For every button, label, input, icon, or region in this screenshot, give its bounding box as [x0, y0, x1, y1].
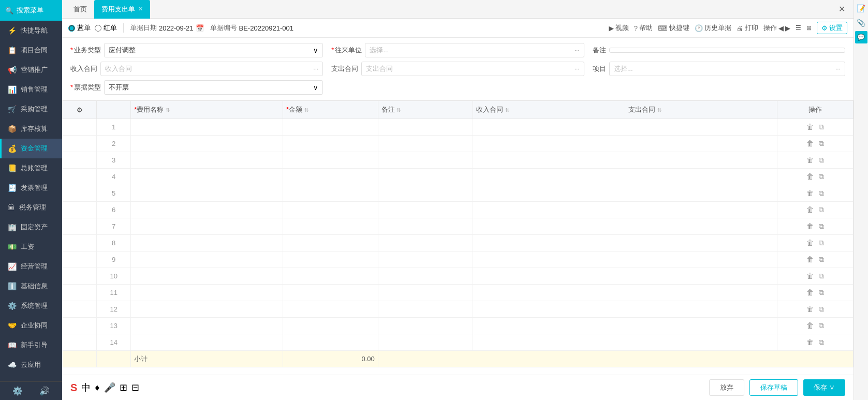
- row-remark-cell[interactable]: [378, 318, 473, 334]
- remark-input[interactable]: [609, 48, 845, 53]
- row-expense-cell[interactable]: [625, 318, 777, 334]
- amount-sort-icon[interactable]: ⇅: [304, 107, 308, 113]
- layout-list-icon[interactable]: ☰: [796, 24, 801, 32]
- row-amount-cell[interactable]: [283, 285, 378, 301]
- sidebar-item-assets[interactable]: 🏢固定资产: [0, 217, 62, 237]
- sidebar-item-purchase[interactable]: 🛒采购管理: [0, 99, 62, 119]
- blue-doc-input[interactable]: [68, 25, 75, 32]
- row-income-cell[interactable]: [473, 218, 625, 235]
- copy-row-button[interactable]: ⧉: [819, 172, 824, 181]
- row-name-cell[interactable]: [131, 202, 283, 218]
- row-remark-cell[interactable]: [378, 136, 473, 152]
- sidebar-item-tax[interactable]: 🏛税务管理: [0, 198, 62, 217]
- row-income-cell[interactable]: [473, 285, 625, 301]
- red-doc-radio[interactable]: 红单: [95, 23, 117, 33]
- row-name-cell[interactable]: [131, 185, 283, 202]
- row-amount-cell[interactable]: [283, 218, 378, 235]
- bottom-tool-1[interactable]: 中: [81, 381, 91, 394]
- delete-row-button[interactable]: 🗑: [806, 172, 814, 181]
- row-expense-cell[interactable]: [625, 301, 777, 318]
- bottom-tool-5[interactable]: ⊟: [131, 382, 139, 393]
- sidebar-item-operation[interactable]: 📈经营管理: [0, 257, 62, 276]
- row-expense-cell[interactable]: [625, 185, 777, 202]
- copy-row-button[interactable]: ⧉: [819, 123, 824, 131]
- row-amount-cell[interactable]: [283, 202, 378, 218]
- sidebar-item-newbie[interactable]: 📖新手引导: [0, 335, 62, 355]
- row-name-cell[interactable]: [131, 119, 283, 136]
- row-expense-cell[interactable]: [625, 251, 777, 268]
- row-income-cell[interactable]: [473, 136, 625, 152]
- copy-row-button[interactable]: ⧉: [819, 321, 824, 330]
- blue-doc-radio[interactable]: 蓝单: [68, 23, 91, 33]
- copy-row-button[interactable]: ⧉: [819, 139, 824, 147]
- row-amount-cell[interactable]: [283, 251, 378, 268]
- history-button[interactable]: 🕐 历史单据: [695, 23, 731, 33]
- right-attachment-icon[interactable]: 📎: [855, 17, 867, 29]
- row-remark-cell[interactable]: [378, 202, 473, 218]
- row-expense-cell[interactable]: [625, 268, 777, 285]
- row-remark-cell[interactable]: [378, 268, 473, 285]
- row-income-cell[interactable]: [473, 334, 625, 351]
- delete-row-button[interactable]: 🗑: [806, 305, 814, 313]
- row-expense-cell[interactable]: [625, 202, 777, 218]
- row-income-cell[interactable]: [473, 185, 625, 202]
- shortcut-button[interactable]: ⌨ 快捷键: [658, 23, 689, 33]
- copy-row-button[interactable]: ⧉: [819, 189, 824, 197]
- expense-sort-icon[interactable]: ⇅: [657, 107, 661, 113]
- actions-button[interactable]: 操作 ◀ ▶: [763, 23, 790, 33]
- right-chat-icon[interactable]: 💬: [855, 31, 867, 43]
- sidebar-item-basicinfo[interactable]: ℹ️基础信息: [0, 276, 62, 296]
- table-name-col[interactable]: *费用名称 ⇅: [131, 101, 283, 119]
- row-remark-cell[interactable]: [378, 169, 473, 185]
- row-amount-cell[interactable]: [283, 334, 378, 351]
- help-button[interactable]: ? 帮助: [634, 23, 653, 33]
- row-remark-cell[interactable]: [378, 235, 473, 251]
- red-doc-input[interactable]: [95, 25, 101, 32]
- table-income-col[interactable]: 收入合同 ⇅: [473, 101, 625, 119]
- print-button[interactable]: 🖨 打印: [737, 23, 758, 33]
- table-settings-col[interactable]: ⚙: [63, 101, 97, 119]
- row-amount-cell[interactable]: [283, 152, 378, 169]
- right-note-icon[interactable]: 📝: [855, 2, 867, 14]
- name-sort-icon[interactable]: ⇅: [166, 107, 170, 113]
- sidebar-item-enterprise[interactable]: 🤝企业协同: [0, 316, 62, 335]
- delete-row-button[interactable]: 🗑: [806, 222, 814, 230]
- sidebar-header[interactable]: 🔍 搜索菜单: [0, 0, 62, 21]
- invoice-type-select[interactable]: 不开票 ∨: [104, 80, 323, 95]
- sidebar-item-system[interactable]: ⚙️系统管理: [0, 296, 62, 316]
- sidebar-item-sales[interactable]: 📊销售管理: [0, 80, 62, 99]
- copy-row-button[interactable]: ⧉: [819, 305, 824, 313]
- row-expense-cell[interactable]: [625, 285, 777, 301]
- row-income-cell[interactable]: [473, 251, 625, 268]
- row-expense-cell[interactable]: [625, 169, 777, 185]
- row-amount-cell[interactable]: [283, 268, 378, 285]
- delete-row-button[interactable]: 🗑: [806, 139, 814, 147]
- tab-home[interactable]: 首页: [66, 0, 94, 19]
- save-button[interactable]: 保存 ∨: [803, 379, 845, 396]
- sidebar-item-salary[interactable]: 💵工资: [0, 237, 62, 257]
- delete-row-button[interactable]: 🗑: [806, 205, 814, 214]
- row-amount-cell[interactable]: [283, 235, 378, 251]
- row-expense-cell[interactable]: [625, 235, 777, 251]
- settings-footer-icon[interactable]: ⚙️: [12, 386, 23, 396]
- row-name-cell[interactable]: [131, 285, 283, 301]
- copy-row-button[interactable]: ⧉: [819, 288, 824, 297]
- delete-row-button[interactable]: 🗑: [806, 272, 814, 280]
- row-expense-cell[interactable]: [625, 152, 777, 169]
- remark-sort-icon[interactable]: ⇅: [396, 107, 401, 113]
- copy-row-button[interactable]: ⧉: [819, 205, 824, 214]
- delete-row-button[interactable]: 🗑: [806, 288, 814, 297]
- sidebar-item-capital[interactable]: 💰资金管理: [0, 139, 62, 158]
- sidebar-item-project[interactable]: 📋项目合同: [0, 40, 62, 60]
- delete-row-button[interactable]: 🗑: [806, 123, 814, 131]
- volume-footer-icon[interactable]: 🔊: [39, 386, 50, 396]
- row-income-cell[interactable]: [473, 202, 625, 218]
- bottom-tool-2[interactable]: ♦: [95, 382, 99, 393]
- window-close-button[interactable]: ✕: [834, 4, 849, 14]
- row-remark-cell[interactable]: [378, 119, 473, 136]
- delete-row-button[interactable]: 🗑: [806, 255, 814, 263]
- row-expense-cell[interactable]: [625, 334, 777, 351]
- row-amount-cell[interactable]: [283, 119, 378, 136]
- row-remark-cell[interactable]: [378, 218, 473, 235]
- row-amount-cell[interactable]: [283, 301, 378, 318]
